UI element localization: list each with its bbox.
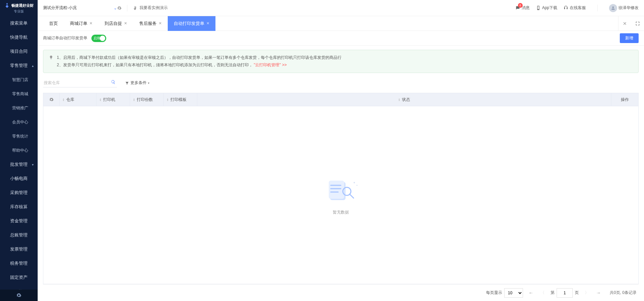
chevron-down-icon: ▾ bbox=[32, 163, 34, 166]
cloud-printer-link[interactable]: "云打印机管理" >> bbox=[254, 63, 287, 67]
first-page-button[interactable]: ⇤ bbox=[528, 290, 534, 296]
sidebar-item[interactable]: 库存核算 bbox=[0, 200, 38, 214]
column-settings-button[interactable] bbox=[43, 93, 59, 106]
th-printer[interactable]: ▴▾打印机 bbox=[96, 93, 130, 106]
svg-point-4 bbox=[354, 182, 355, 183]
online-service-label: 在线客服 bbox=[570, 5, 586, 11]
more-conditions-button[interactable]: 更多条件 ▾ bbox=[125, 80, 150, 86]
sidebar-subitem[interactable]: 零售商城 bbox=[0, 87, 38, 101]
sidebar-item[interactable]: 固定资产 bbox=[0, 270, 38, 285]
app-download-label: App下载 bbox=[542, 5, 557, 11]
sidebar-item[interactable]: 小畅电商 bbox=[0, 172, 38, 186]
app-download-button[interactable]: App下载 bbox=[536, 5, 557, 11]
online-service-button[interactable]: 在线客服 bbox=[563, 5, 586, 11]
enable-switch[interactable]: 启用 bbox=[91, 35, 106, 42]
message-badge: 8 bbox=[518, 3, 523, 8]
sidebar-item[interactable]: 搜索菜单 bbox=[0, 16, 38, 30]
sidebar-subitem[interactable]: 营销推广 bbox=[0, 101, 38, 115]
search-icon[interactable] bbox=[111, 80, 116, 84]
top-actions: 8 消息 App下载 在线客服 徐泽华修改 bbox=[515, 4, 639, 12]
close-icon[interactable]: ✕ bbox=[206, 21, 209, 26]
th-ops: 操作 bbox=[611, 93, 638, 106]
sidebar-settings[interactable] bbox=[0, 290, 38, 301]
tabs-close-button[interactable]: ✕ bbox=[618, 16, 631, 31]
sidebar-subitem[interactable]: 帮助中心 bbox=[0, 143, 38, 157]
sidebar-item[interactable]: 工资 bbox=[0, 285, 38, 290]
tab-label: 售后服务 bbox=[139, 21, 157, 27]
last-page-button[interactable]: ⇥ bbox=[595, 290, 602, 296]
svg-rect-1 bbox=[329, 181, 344, 199]
sidebar-item[interactable]: 发票管理 bbox=[0, 242, 38, 256]
search-input[interactable] bbox=[43, 78, 117, 87]
empty-text: 暂无数据 bbox=[333, 210, 349, 215]
content-title: 商城订单自动打印发货单 bbox=[43, 35, 87, 41]
page-label-before: 第 bbox=[551, 290, 555, 296]
close-icon[interactable]: ✕ bbox=[89, 21, 92, 26]
table-body: 暂无数据 bbox=[43, 106, 639, 284]
message-button[interactable]: 8 消息 bbox=[515, 5, 530, 11]
tab[interactable]: 到店自提✕ bbox=[98, 16, 133, 31]
page-number-input[interactable] bbox=[557, 288, 573, 298]
org-settings-icon[interactable] bbox=[117, 6, 122, 10]
tabs-fullscreen-button[interactable] bbox=[631, 16, 644, 31]
tab[interactable]: 首页 bbox=[43, 16, 64, 31]
sidebar-item[interactable]: 总账管理 bbox=[0, 228, 38, 242]
sidebar-item[interactable]: 项目合同 bbox=[0, 44, 38, 59]
th-copies[interactable]: ▴▾打印份数 bbox=[130, 93, 164, 106]
filter-icon bbox=[125, 81, 129, 85]
bulb-icon bbox=[49, 55, 53, 60]
sidebar: 畅捷通好业财 专业版 搜索菜单快捷导航项目合同零售管理▴智慧门店零售商城营销推广… bbox=[0, 0, 38, 301]
sidebar-item[interactable]: 采购管理 bbox=[0, 186, 38, 200]
svg-line-3 bbox=[350, 194, 354, 198]
org-selector[interactable]: 测试分开流程-小况 ⌄ bbox=[43, 5, 117, 11]
user-name: 徐泽华修改 bbox=[618, 5, 639, 11]
prev-page-button[interactable]: 〈 bbox=[539, 290, 546, 296]
th-warehouse[interactable]: ▴▾仓库 bbox=[59, 93, 96, 106]
tab[interactable]: 售后服务✕ bbox=[133, 16, 168, 31]
sidebar-subitem[interactable]: 会员中心 bbox=[0, 115, 38, 129]
sidebar-item[interactable]: 批发管理▾ bbox=[0, 157, 38, 172]
page-label-after: 页 bbox=[575, 290, 579, 296]
svg-point-5 bbox=[357, 185, 358, 186]
th-status[interactable]: ▴▾状态 bbox=[197, 93, 611, 106]
close-icon[interactable]: ✕ bbox=[124, 21, 127, 26]
sidebar-subitem[interactable]: 零售统计 bbox=[0, 129, 38, 143]
pagination: 每页显示 10 ⇤ 〈 第 页 〉 ⇥ 共0页, 0条记录 bbox=[43, 284, 639, 301]
search-row: 更多条件 ▾ bbox=[43, 73, 639, 93]
user-icon bbox=[611, 6, 615, 10]
tab-label: 首页 bbox=[49, 21, 58, 27]
sidebar-item[interactable]: 零售管理▴ bbox=[0, 59, 38, 73]
switch-knob bbox=[100, 36, 105, 41]
tab[interactable]: 商城订单✕ bbox=[64, 16, 98, 31]
close-icon[interactable]: ✕ bbox=[159, 21, 162, 26]
chevron-up-icon: ▴ bbox=[32, 64, 34, 68]
page-summary: 共0页, 0条记录 bbox=[610, 290, 637, 296]
tab-label: 商城订单 bbox=[70, 21, 87, 27]
demo-link[interactable]: 我要看实例演示 bbox=[133, 5, 168, 11]
tab-label: 到店自提 bbox=[105, 21, 122, 27]
brand-name: 畅捷通好业财 bbox=[11, 3, 34, 8]
switch-label: 启用 bbox=[93, 36, 100, 41]
page-size-label: 每页显示 bbox=[486, 290, 502, 296]
th-template[interactable]: ▴▾打印模板 bbox=[164, 93, 197, 106]
brand-logo: 畅捷通好业财 专业版 bbox=[0, 0, 38, 16]
side-menu: 搜索菜单快捷导航项目合同零售管理▴智慧门店零售商城营销推广会员中心零售统计帮助中… bbox=[0, 16, 38, 290]
main-area: 测试分开流程-小况 ⌄ 我要看实例演示 8 消息 App下载 bbox=[38, 0, 644, 301]
message-label: 消息 bbox=[522, 5, 530, 11]
gear-icon bbox=[49, 97, 54, 102]
sidebar-item[interactable]: 快捷导航 bbox=[0, 30, 38, 44]
org-name: 测试分开流程-小况 bbox=[43, 5, 77, 11]
tab-label: 自动打印发货单 bbox=[174, 21, 204, 27]
tab[interactable]: 自动打印发货单✕ bbox=[168, 16, 215, 31]
gear-icon bbox=[16, 293, 22, 298]
sidebar-item[interactable]: 税务管理 bbox=[0, 256, 38, 270]
next-page-button[interactable]: 〉 bbox=[583, 290, 590, 296]
new-button[interactable]: 新增 bbox=[620, 33, 639, 43]
sidebar-item[interactable]: 资金管理 bbox=[0, 214, 38, 228]
sidebar-subitem[interactable]: 智慧门店 bbox=[0, 73, 38, 87]
tabs-row: 首页商城订单✕到店自提✕售后服务✕自动打印发货单✕ ✕ bbox=[38, 16, 644, 31]
page-size-select[interactable]: 10 bbox=[504, 288, 523, 298]
expand-icon bbox=[635, 21, 640, 26]
user-menu[interactable]: 徐泽华修改 bbox=[609, 4, 639, 12]
demo-link-label: 我要看实例演示 bbox=[139, 5, 168, 11]
